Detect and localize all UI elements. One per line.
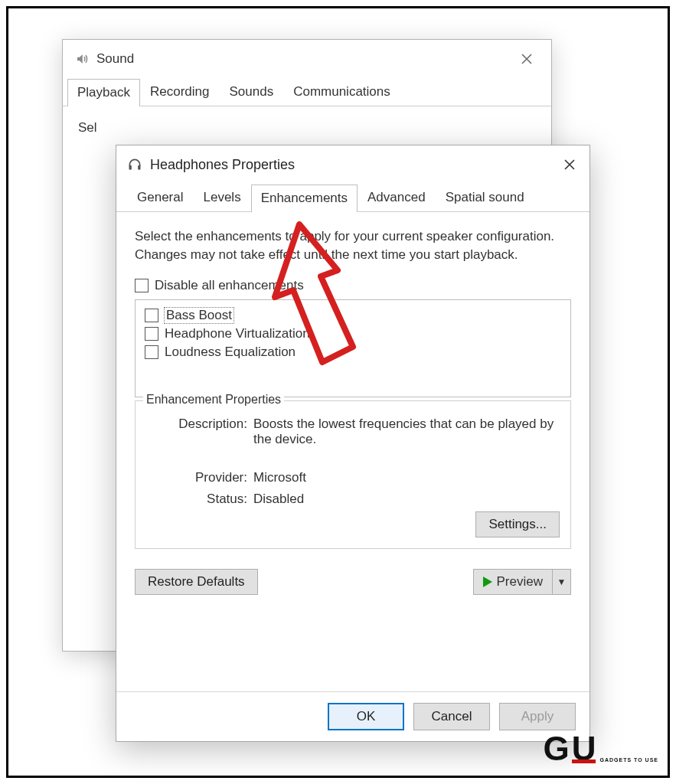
enhancements-list: Bass Boost Headphone Virtualization Loud…	[135, 299, 571, 397]
loudness-equalization-label: Loudness Equalization	[165, 345, 296, 360]
preview-label: Preview	[497, 574, 543, 590]
disable-all-label: Disable all enhancements	[155, 278, 304, 293]
sound-tab-recording[interactable]: Recording	[140, 78, 220, 106]
restore-defaults-button[interactable]: Restore Defaults	[135, 569, 258, 595]
dialog-footer: OK Cancel Apply	[116, 691, 589, 741]
hp-tab-general[interactable]: General	[127, 184, 193, 211]
cancel-button[interactable]: Cancel	[413, 703, 490, 730]
headphone-virtualization-label: Headphone Virtualization	[165, 326, 310, 341]
sound-close-button[interactable]	[511, 44, 542, 74]
enhancement-headphone-virtualization[interactable]: Headphone Virtualization	[145, 325, 561, 343]
hp-tab-levels[interactable]: Levels	[193, 184, 250, 211]
hp-window-title: Headphones Properties	[150, 157, 295, 173]
prop-status-key: Status:	[169, 492, 253, 507]
close-icon	[521, 53, 533, 65]
loudness-equalization-checkbox[interactable]	[145, 345, 158, 359]
preview-dropdown-button[interactable]: ▼	[553, 569, 571, 595]
disable-all-checkbox[interactable]	[135, 279, 149, 292]
close-icon	[563, 158, 576, 171]
prop-provider-key: Provider:	[169, 470, 253, 485]
hp-close-button[interactable]	[554, 149, 585, 180]
chevron-down-icon: ▼	[557, 577, 567, 587]
sound-tab-communications[interactable]: Communications	[283, 78, 400, 106]
disable-all-enhancements-row[interactable]: Disable all enhancements	[135, 278, 571, 293]
prop-description-value: Boosts the lowest frequencies that can b…	[253, 416, 560, 447]
sound-window-body: Sel	[63, 106, 551, 149]
ok-button[interactable]: OK	[328, 703, 404, 730]
headphones-icon	[127, 157, 142, 172]
hp-titlebar: Headphones Properties	[116, 145, 589, 184]
prop-description-key: Description:	[169, 416, 253, 447]
headphone-virtualization-checkbox[interactable]	[145, 327, 158, 341]
hp-tab-spatial-sound[interactable]: Spatial sound	[436, 184, 534, 211]
bass-boost-checkbox[interactable]	[145, 309, 158, 322]
preview-button[interactable]: Preview	[473, 569, 553, 595]
watermark-u: U	[572, 730, 596, 768]
prop-status-value: Disabled	[253, 492, 560, 507]
svg-rect-0	[129, 165, 132, 170]
sound-tab-sounds[interactable]: Sounds	[219, 78, 283, 106]
bass-boost-label: Bass Boost	[165, 308, 233, 323]
preview-split-button[interactable]: Preview ▼	[473, 569, 571, 595]
settings-button[interactable]: Settings...	[475, 511, 560, 537]
enhancements-description: Select the enhancements to apply for you…	[135, 227, 571, 264]
image-frame: Sound Playback Recording Sounds Communic…	[6, 6, 670, 778]
svg-rect-1	[138, 165, 140, 170]
headphones-properties-window: Headphones Properties General Levels Enh…	[116, 145, 590, 742]
sound-titlebar: Sound	[63, 40, 551, 78]
hp-tabs: General Levels Enhancements Advanced Spa…	[116, 184, 589, 212]
prop-provider-value: Microsoft	[253, 470, 560, 485]
watermark-subtext: GADGETS TO USE	[600, 757, 659, 763]
watermark-logo: G U GADGETS TO USE	[543, 730, 658, 768]
sound-tabs: Playback Recording Sounds Communications	[63, 78, 551, 106]
watermark-g: G	[543, 730, 568, 768]
enhancement-properties-legend: Enhancement Properties	[143, 393, 284, 407]
enhancement-properties-group: Enhancement Properties Description: Boos…	[135, 400, 571, 549]
sound-body-truncated-text: Sel	[78, 120, 97, 135]
sound-window-title: Sound	[96, 51, 134, 67]
hp-tab-enhancements[interactable]: Enhancements	[251, 185, 358, 212]
sound-tab-playback[interactable]: Playback	[67, 79, 140, 106]
enhancement-bass-boost[interactable]: Bass Boost	[145, 306, 561, 325]
play-icon	[483, 577, 492, 587]
hp-body: Select the enhancements to apply for you…	[116, 212, 589, 691]
hp-tab-advanced[interactable]: Advanced	[358, 184, 436, 211]
speaker-icon	[75, 52, 89, 66]
enhancement-loudness-equalization[interactable]: Loudness Equalization	[145, 343, 561, 361]
apply-button[interactable]: Apply	[499, 703, 576, 730]
